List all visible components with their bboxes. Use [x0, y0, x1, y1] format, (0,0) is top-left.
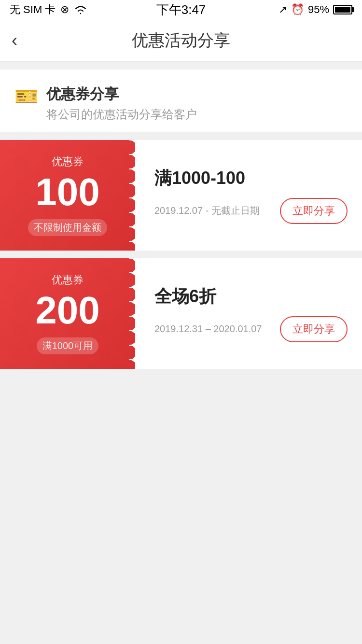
status-left: 无 SIM 卡 ⊗ [10, 2, 87, 17]
coupon-meta-1: 2019.12.07 - 无截止日期 立即分享 [154, 198, 348, 224]
status-bar: 无 SIM 卡 ⊗ 下午3:47 ↗ ⏰ 95% [0, 0, 362, 19]
share-button-2[interactable]: 立即分享 [280, 316, 348, 342]
back-button[interactable]: ‹ [12, 30, 17, 51]
coupon-date-1: 2019.12.07 - 无截止日期 [154, 204, 272, 217]
battery-percent: 95% [308, 3, 329, 16]
nav-bar: ‹ 优惠活动分享 [0, 19, 362, 62]
carrier-text: 无 SIM 卡 [10, 2, 56, 17]
coupon-amount-2: 200 [35, 291, 99, 330]
coupon-right-1: 满1000-100 2019.12.07 - 无截止日期 立即分享 [135, 140, 362, 251]
location-icon: ↗ [278, 3, 287, 16]
coupon-left-2: 优惠券 200 满1000可用 [0, 258, 135, 369]
alarm-icon: ⏰ [291, 3, 304, 16]
section-text: 优惠券分享 将公司的优惠活动分享给客户 [46, 84, 197, 123]
status-time: 下午3:47 [156, 1, 206, 18]
coupon-card-2: 优惠券 200 满1000可用 全场6折 2019.12.31 – 2020.0… [0, 258, 362, 369]
share-button-1[interactable]: 立即分享 [280, 198, 348, 224]
bottom-area [0, 377, 362, 618]
coupon-name-1: 满1000-100 [154, 167, 348, 190]
coupon-card-1: 优惠券 100 不限制使用金额 满1000-100 2019.12.07 - 无… [0, 140, 362, 251]
coupon-label-1: 优惠券 [52, 154, 84, 169]
section-title: 优惠券分享 [46, 84, 197, 104]
section-header: 🎫 优惠券分享 将公司的优惠活动分享给客户 [0, 70, 362, 132]
coupon-left-1: 优惠券 100 不限制使用金额 [0, 140, 135, 251]
coupon-section-icon: 🎫 [14, 85, 39, 108]
coupon-label-2: 优惠券 [52, 273, 84, 287]
nav-title: 优惠活动分享 [132, 29, 230, 52]
status-right: ↗ ⏰ 95% [278, 3, 352, 16]
coupon-list: 优惠券 100 不限制使用金额 满1000-100 2019.12.07 - 无… [0, 140, 362, 377]
coupon-right-2: 全场6折 2019.12.31 – 2020.01.07 立即分享 [135, 258, 362, 369]
coupon-name-2: 全场6折 [154, 285, 348, 308]
coupon-condition-1: 不限制使用金额 [28, 219, 107, 236]
battery-icon [333, 5, 352, 14]
section-subtitle: 将公司的优惠活动分享给客户 [46, 106, 197, 123]
coupon-condition-2: 满1000可用 [37, 337, 99, 354]
coupon-date-2: 2019.12.31 – 2020.01.07 [154, 323, 272, 335]
coupon-amount-1: 100 [35, 173, 99, 211]
wifi-icon: ⊗ [60, 3, 87, 16]
coupon-meta-2: 2019.12.31 – 2020.01.07 立即分享 [154, 316, 348, 342]
